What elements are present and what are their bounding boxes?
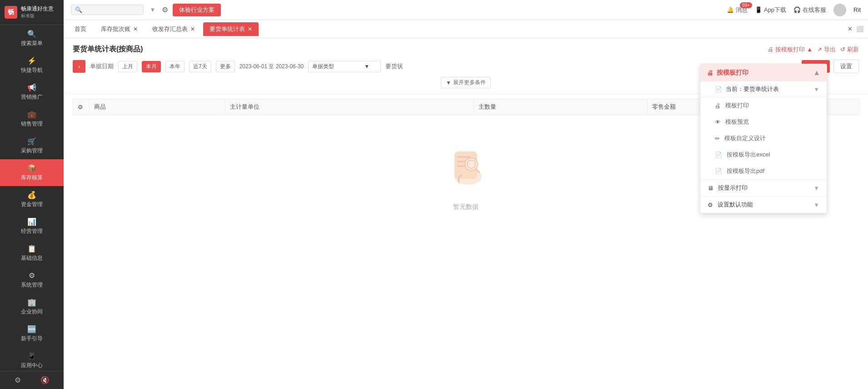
template-export-excel-item[interactable]: 📄 按模板导出excel — [700, 147, 827, 163]
page-actions: 🖨 按模板打印 ▲ ↗ 导出 ↺ 刷新 — [768, 45, 859, 54]
template-custom-item[interactable]: ✏ 模板自定义设计 — [700, 130, 827, 147]
print-dropdown-arrow: ▲ — [807, 46, 813, 53]
filter-expand-icon[interactable]: › — [73, 60, 85, 73]
mobile-icon: 📱 — [27, 352, 36, 360]
date-more-btn[interactable]: 更多 — [216, 61, 235, 72]
date-this-year-btn[interactable]: 本年 — [165, 61, 185, 72]
app-download-btn[interactable]: 📱 App下载 — [755, 6, 786, 14]
dropdown-title-group: 🖨 按模板打印 — [707, 69, 748, 77]
headset-icon: 🎧 — [793, 6, 801, 13]
topbar-settings-icon[interactable]: ⚙ — [162, 5, 168, 14]
avatar-img — [833, 4, 846, 16]
tab-close-order-stats[interactable]: ✕ — [248, 26, 252, 32]
date-range-display: 2023-06-01 至 2023-06-30 — [239, 63, 304, 71]
search-icon: 🔍 — [27, 30, 36, 38]
dropdown-display-section: 🖥 按显示打印 ▼ — [700, 179, 827, 196]
order-type-select[interactable]: 单据类型 ▼ — [308, 61, 381, 72]
date-current-month-btn[interactable]: 本月 — [142, 61, 161, 72]
eye-icon: 👁 — [715, 119, 721, 126]
sidebar-item-operations[interactable]: 📊 经营管理 — [0, 213, 64, 240]
online-service-btn[interactable]: 🎧 在线客服 — [793, 6, 826, 14]
excel-icon: 📄 — [715, 152, 722, 158]
megaphone-icon: 📢 — [27, 83, 36, 92]
empty-icon-svg — [443, 142, 489, 188]
dropdown-current-template[interactable]: 📄 当前：要货单统计表 ▼ — [700, 81, 827, 97]
printer-header-icon: 🖨 — [707, 69, 713, 76]
tab-home[interactable]: 首页 — [68, 22, 93, 36]
sidebar-item-sales[interactable]: 💼 销售管理 — [0, 106, 64, 132]
sidebar-scroll: 🔍 搜索菜单 ⚡ 快捷导航 📢 营销推广 💼 销售管理 🛒 采购管理 📦 库存核… — [0, 25, 64, 371]
dropdown-items-section: 🖨 模板打印 👁 模板预览 ✏ 模板自定义设计 📄 按模板导出excel 📄 按… — [700, 97, 827, 179]
maximize-window-icon[interactable]: ⬜ — [856, 25, 863, 32]
dropdown-close-btn[interactable]: ▲ — [813, 69, 820, 77]
template-print-item[interactable]: 🖨 模板打印 — [700, 97, 827, 114]
th-quantity: 主数量 — [474, 99, 648, 115]
refresh-btn[interactable]: ↺ 刷新 — [840, 45, 859, 54]
tab-bar: 首页 库存批次账 ✕ 收发存汇总表 ✕ 要货单统计表 ✕ ✕ ⬜ — [64, 20, 868, 38]
template-export-pdf-item[interactable]: 📄 按模板导出pdf — [700, 163, 827, 179]
edit-icon: ✏ — [715, 135, 720, 142]
set-default-item[interactable]: ⚙ 设置默认功能 ▼ — [700, 197, 827, 213]
username-label: Rit — [853, 6, 861, 13]
user-avatar[interactable] — [833, 4, 846, 16]
printer-icon-2: 🖨 — [715, 102, 721, 109]
print-dropdown-menu: 🖨 按模板打印 ▲ 📄 当前：要货单统计表 ▼ 🖨 模板打印 👁 模板预览 ✏ … — [700, 64, 827, 213]
money-icon: 💰 — [27, 191, 36, 199]
sidebar-item-basic[interactable]: 📋 基础信息 — [0, 240, 64, 267]
sidebar-item-inventory[interactable]: 📦 库存核算 — [0, 159, 64, 186]
topbar-dropdown-arrow[interactable]: ▼ — [148, 6, 157, 13]
sidebar-item-purchase[interactable]: 🛒 采购管理 — [0, 132, 64, 159]
tab-inventory-batch[interactable]: 库存批次账 ✕ — [95, 22, 144, 36]
topbar-right: 🔔 消息 99+ 📱 App下载 🎧 在线客服 Rit — [727, 4, 861, 16]
th-product: 商品 — [90, 99, 225, 115]
sidebar-item-apps[interactable]: 📱 应用中心 — [0, 347, 64, 371]
page-title: 要货单统计表(按商品) — [73, 45, 143, 54]
print-btn[interactable]: 🖨 按模板打印 ▲ — [768, 45, 813, 54]
current-template-arrow: ▼ — [813, 86, 819, 93]
briefcase-icon: 💼 — [27, 110, 36, 119]
display-print-item[interactable]: 🖥 按显示打印 ▼ — [700, 180, 827, 196]
pdf-icon: 📄 — [715, 168, 722, 175]
topbar-search-box[interactable]: 🔍 — [71, 5, 144, 15]
settings-icon[interactable]: ⚙ — [15, 376, 21, 384]
dropdown-default-section: ⚙ 设置默认功能 ▼ — [700, 196, 827, 213]
date-7days-btn[interactable]: 近7天 — [189, 61, 211, 72]
sidebar-item-quick-nav[interactable]: ⚡ 快捷导航 — [0, 52, 64, 79]
expand-more-btn[interactable]: ▼ 展开更多条件 — [441, 77, 491, 88]
sidebar-logo: 畅 畅康通好生意 标准版 — [0, 0, 64, 25]
new-icon: 🆕 — [27, 325, 36, 333]
tab-close-inventory-batch[interactable]: ✕ — [133, 26, 138, 32]
sidebar-item-search[interactable]: 🔍 搜索菜单 — [0, 25, 64, 52]
sidebar-item-enterprise[interactable]: 🏢 企业协同 — [0, 293, 64, 320]
message-btn[interactable]: 🔔 消息 99+ — [727, 6, 748, 14]
date-prev-month-btn[interactable]: 上月 — [118, 61, 137, 72]
sidebar-item-guide[interactable]: 🆕 新手引导 — [0, 320, 64, 347]
tab-close-receivable-summary[interactable]: ✕ — [190, 26, 195, 32]
dropdown-header: 🖨 按模板打印 ▲ — [700, 64, 827, 81]
chevron-down-icon: ▼ — [364, 63, 369, 70]
th-settings[interactable]: ⚙ — [73, 99, 90, 115]
sidebar-item-system[interactable]: ⚙ 系统管理 — [0, 267, 64, 293]
order-status-label: 要货状 — [385, 62, 403, 71]
page-header: 要货单统计表(按商品) 🖨 按模板打印 ▲ ↗ 导出 ↺ 刷新 — [64, 38, 868, 54]
export-icon: ↗ — [817, 46, 822, 53]
default-func-icon: ⚙ — [708, 202, 713, 208]
cart-icon: 🛒 — [27, 137, 36, 146]
empty-illustration — [443, 142, 489, 197]
search-input[interactable] — [85, 7, 140, 13]
sidebar-item-finance[interactable]: 💰 资金管理 — [0, 186, 64, 213]
box-icon: 📦 — [27, 164, 36, 172]
experience-btn[interactable]: 体验行业方案 — [173, 4, 221, 16]
volume-icon[interactable]: 🔇 — [40, 376, 50, 384]
sidebar: 畅 畅康通好生意 标准版 🔍 搜索菜单 ⚡ 快捷导航 📢 营销推广 💼 销售管理… — [0, 0, 64, 389]
settings-btn[interactable]: 设置 — [833, 60, 859, 73]
document-icon: 📄 — [715, 86, 722, 93]
tab-receivable-summary[interactable]: 收发存汇总表 ✕ — [146, 22, 201, 36]
column-settings-icon[interactable]: ⚙ — [78, 104, 83, 111]
close-window-icon[interactable]: ✕ — [848, 25, 853, 32]
tab-order-stats[interactable]: 要货单统计表 ✕ — [203, 22, 259, 36]
template-preview-item[interactable]: 👁 模板预览 — [700, 114, 827, 130]
export-btn[interactable]: ↗ 导出 — [817, 45, 836, 54]
dropdown-title: 按模板打印 — [717, 69, 748, 77]
sidebar-item-marketing[interactable]: 📢 营销推广 — [0, 79, 64, 106]
